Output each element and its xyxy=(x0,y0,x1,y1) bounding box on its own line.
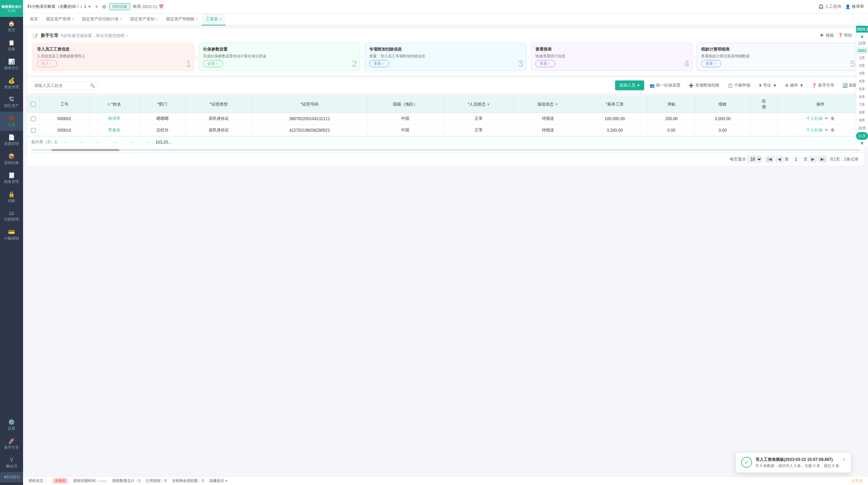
sidebar-item-label: 资金管理 xyxy=(4,85,19,90)
reports-icon: 📊 xyxy=(8,58,15,65)
sidebar-item-fixed-assets[interactable]: 🏗 固定资产 xyxy=(0,93,23,112)
col-dept: *部门 xyxy=(139,96,185,113)
search-icon: 🔍 xyxy=(90,83,95,88)
row-checkbox[interactable] xyxy=(31,116,36,121)
sidebar-item-inventory[interactable]: 📦 进销台账 xyxy=(0,150,23,169)
total-status: -- xyxy=(123,140,139,145)
period-label: 账期 xyxy=(133,4,141,10)
sidebar-item-label: 发票管理 xyxy=(4,141,19,146)
wizard-icon: 📝 xyxy=(33,33,38,38)
wizard-step-3: 专项附加扣除信息 查看、导入员工专项附加扣除信息 查看＞ 3 xyxy=(365,43,434,71)
tax-icon: 🧾 xyxy=(8,172,15,179)
sort-icon: ⇅ xyxy=(107,102,110,106)
cell-name[interactable]: 徐泽华 xyxy=(89,113,139,125)
col-checkbox[interactable] xyxy=(27,96,39,113)
wizard-box: 📝 新手引导 5步快速完成设置，快去完善信息吧～ ▶ 视频 ❓ 帮助 × 导入员… xyxy=(27,29,434,75)
sidebar-item-tax[interactable]: 🧾 税务管理 xyxy=(0,169,23,188)
select-all-checkbox[interactable] xyxy=(31,102,36,107)
step-1-button[interactable]: 导入＞ xyxy=(37,60,57,67)
tab-bar: 首页 固定资产管理 × 固定资产折旧统计表 × 固定资产类别 × 固定资产明细账… xyxy=(23,14,434,26)
tab-label: 固定资产明细账 xyxy=(166,16,195,22)
account-settings-button[interactable]: ⚙ xyxy=(102,4,106,10)
step-3-title: 专项附加扣除信息 xyxy=(369,46,434,52)
row-checkbox[interactable] xyxy=(31,128,36,133)
tab-fixed-cat[interactable]: 固定资产类别 × xyxy=(126,14,162,25)
sidebar-item-archive[interactable]: 🗂 归档管理 xyxy=(0,207,23,225)
sidebar-item-reports[interactable]: 📊 报表中心 xyxy=(0,55,23,74)
cell-name[interactable]: 李俊杰 xyxy=(89,125,139,136)
step-1-desc: 人员信息及工资数据新增导入 xyxy=(37,54,190,59)
expense-icon: 💳 xyxy=(8,229,15,235)
tab-fixed-assets[interactable]: 固定资产管理 × xyxy=(42,14,78,25)
tab-fixed-detail[interactable]: 固定资产明细账 × xyxy=(162,14,202,25)
cell-id-num: 412702198206290521 xyxy=(252,125,367,136)
toolbar: 🔍 添加人员 ▼ 👥 统一社保设置 ➕ 专项附加扣除 📋 个税申报 ⬆ 导出 xyxy=(27,78,434,93)
account-selector[interactable]: 刘小艳演示账套（勿删勿动！）1 ▼ xyxy=(27,4,91,10)
tab-label: 固定资产管理 xyxy=(46,16,71,22)
sidebar-item-label: 税务管理 xyxy=(4,179,19,184)
sidebar-item-label: 归档管理 xyxy=(4,217,19,222)
step-3-button[interactable]: 查看＞ xyxy=(369,60,389,67)
wizard-step-1: 导入员工工资信息 人员信息及工资数据新增导入 导入＞ 1 xyxy=(33,43,194,71)
cell-dept: 总经办 xyxy=(139,125,185,136)
cell-checkbox[interactable] xyxy=(27,125,39,136)
step-2-desc: 完成社保参数设置自动计算社保公积金 xyxy=(203,54,356,59)
tab-close-icon[interactable]: × xyxy=(72,17,74,21)
cell-id-type: 居民身份证 xyxy=(186,113,252,125)
salary-icon: 💼 xyxy=(8,115,15,122)
cell-nationality: 中国 xyxy=(367,125,434,136)
sidebar-item-label: 结账 xyxy=(8,198,15,203)
main-content: 📝 新手引导 5步快速完成设置，快去完善信息吧～ ▶ 视频 ❓ 帮助 × 导入员… xyxy=(23,26,434,243)
total-nat: -- xyxy=(107,140,123,145)
inventory-icon: 📦 xyxy=(8,153,15,160)
tab-depreciation[interactable]: 固定资产折旧统计表 × xyxy=(78,14,126,25)
total-id-type: -- xyxy=(74,140,91,145)
sidebar-item-label: 报表中心 xyxy=(4,66,19,71)
step-arrow-1: › xyxy=(194,43,199,71)
wizard-steps: 导入员工工资信息 人员信息及工资数据新增导入 导入＞ 1 › 社保参数设置 完成… xyxy=(33,43,434,71)
tab-salary-table[interactable]: 工资表 × xyxy=(202,14,225,25)
tab-close-icon[interactable]: × xyxy=(219,17,221,21)
account-name: 刘小艳演示账套（勿删勿动！）1 xyxy=(27,4,86,10)
archive-icon: 🗂 xyxy=(9,210,14,216)
sidebar-item-label: 首页 xyxy=(8,27,15,33)
period-selector[interactable]: 账期 2023-11 📅 xyxy=(133,4,164,10)
total-salary: 103,20... xyxy=(156,140,172,145)
add-account-button[interactable]: ＋ xyxy=(94,3,99,10)
total-id-num: -- xyxy=(91,140,107,145)
wizard-title-text: 新手引导 xyxy=(41,33,58,39)
sidebar-item-expense[interactable]: 💳 小畅报销 xyxy=(0,225,23,243)
col-id-type: *证照类型 xyxy=(186,96,252,113)
col-nationality: 国籍（地区） xyxy=(367,96,434,113)
step-1-title: 导入员工工资信息 xyxy=(37,46,190,52)
tab-close-icon[interactable]: × xyxy=(196,17,198,21)
step-2-button[interactable]: 设置＞ xyxy=(203,60,223,67)
old-version-button[interactable]: 切到旧版 xyxy=(109,3,130,10)
tab-label: 工资表 xyxy=(206,16,218,22)
sidebar-item-label: 总账 xyxy=(8,46,15,52)
horizontal-scrollbar[interactable] xyxy=(31,149,434,151)
scrollbar-thumb[interactable] xyxy=(52,149,119,151)
sidebar-item-funds[interactable]: 💰 资金管理 xyxy=(0,74,23,93)
tab-label: 固定资产折旧统计表 xyxy=(82,16,119,22)
calendar-icon: 📅 xyxy=(159,4,164,9)
tab-home[interactable]: 首页 xyxy=(26,14,42,25)
ledger-icon: 📋 xyxy=(8,39,15,46)
search-input[interactable] xyxy=(34,83,88,88)
cell-checkbox[interactable] xyxy=(27,113,39,125)
cell-dept: 嗯嗯嗯 xyxy=(139,113,185,125)
sidebar-item-salary[interactable]: 💼 工资 xyxy=(0,112,23,131)
cell-id-type: 居民身份证 xyxy=(186,125,252,136)
tab-close-icon[interactable]: × xyxy=(156,17,158,21)
cell-id-num: 360782200104131111 xyxy=(252,113,367,125)
sidebar-item-close[interactable]: 🔒 结账 xyxy=(0,188,23,207)
tab-close-icon[interactable]: × xyxy=(120,17,122,21)
col-name[interactable]: ⇅ *姓名 xyxy=(89,96,139,113)
sidebar-item-invoices[interactable]: 📄 发票管理 xyxy=(0,131,23,150)
table-header-row: 工号 ⇅ *姓名 *部门 *证照类型 *证照号码 国籍（地区） *人员状态 ▼ xyxy=(27,96,434,113)
search-wrap: 🔍 xyxy=(31,81,99,90)
sidebar-item-home[interactable]: 🏠 首页 xyxy=(0,17,23,36)
step-arrow-2: › xyxy=(360,43,364,71)
sidebar-item-ledger[interactable]: 📋 总账 xyxy=(0,36,23,55)
sidebar-item-label: 小畅报销 xyxy=(4,236,19,241)
